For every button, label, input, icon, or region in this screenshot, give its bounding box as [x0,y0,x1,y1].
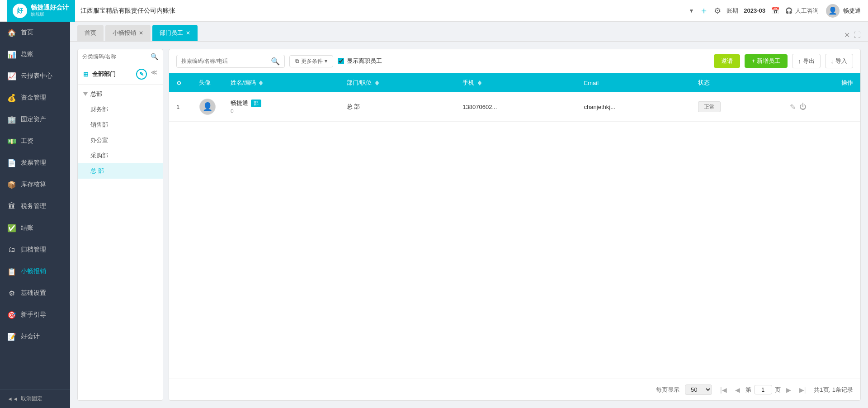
col-phone[interactable]: 手机 [455,73,576,92]
emp-toolbar: 🔍 ⧉ 更多条件 ▾ 显示离职员工 邀 [169,49,860,73]
sidebar-item-archive[interactable]: 🗂 归档管理 [0,239,70,261]
page-num-input[interactable] [754,385,772,394]
sidebar-item-accounting[interactable]: 📝 好会计 [0,326,70,347]
emp-search-icon[interactable]: 🔍 [271,57,280,66]
calendar-icon[interactable]: 📅 [771,6,780,15]
col-dept[interactable]: 部门/职位 [340,73,456,92]
col-email-label: Email [584,80,599,86]
add-employee-button[interactable]: + 新增员工 [745,54,788,68]
sidebar-item-label: 首页 [21,28,33,37]
dept-item-office[interactable]: 办公室 [78,133,163,148]
tab-home[interactable]: 首页 [77,25,104,41]
dept-search-input[interactable] [82,53,151,60]
sidebar-item-funds[interactable]: 💰 资金管理 [0,87,70,109]
tab-dept-employee[interactable]: 部门员工 ✕ [152,25,198,41]
sidebar-item-close[interactable]: ✅ 结账 [0,217,70,239]
cell-status: 正常 [691,92,783,122]
dept-all-label: 全部部门 [92,70,116,78]
dept-item-finance[interactable]: 财务部 [78,102,163,117]
user-info[interactable]: 👤 畅捷通 [826,4,861,18]
sidebar-item-assets[interactable]: 🏢 固定资产 [0,109,70,130]
import-label: 导入 [835,57,847,65]
sidebar-item-inventory[interactable]: 📦 库存核算 [0,174,70,195]
emp-avatar: 👤 [199,99,216,115]
sidebar-item-expense[interactable]: 📋 小畅报销 [0,261,70,282]
cancel-fixed-label: 取消固定 [21,395,42,403]
maximize-tab-icon[interactable]: ⛶ [854,31,861,39]
dept-item-procurement[interactable]: 采购部 [78,148,163,163]
page-next-button[interactable]: ▶ [783,385,794,394]
employee-layout: 🔍 ⊞ 全部部门 ✎ ≪ 总部 [77,49,861,401]
logo-title: 畅捷通好会计 [31,4,69,11]
dept-edit-icon[interactable]: ✎ [136,69,147,80]
consult-label: 人工咨询 [795,7,819,15]
name-sort-icon [259,81,263,85]
edit-employee-button[interactable]: ✎ [790,103,796,111]
emp-search-box: 🔍 [176,55,285,68]
page-last-button[interactable]: ▶| [797,385,809,394]
tab-expense-close-icon[interactable]: ✕ [139,30,143,36]
add-company-icon[interactable]: ＋ [699,5,708,17]
settings-icon[interactable]: ⚙ [714,6,721,16]
accounting-icon: 📝 [7,332,16,341]
company-dropdown-icon[interactable]: ▼ [689,8,694,14]
sidebar-item-guide[interactable]: 🎯 新手引导 [0,304,70,326]
close-tab-icon[interactable]: ✕ [844,31,850,39]
filter-label: 更多条件 [301,57,323,65]
dept-search-area: 🔍 [78,49,163,64]
col-settings[interactable]: ⚙ [169,73,192,92]
dept-tree: 🔍 ⊞ 全部部门 ✎ ≪ 总部 [77,49,163,401]
col-phone-label: 手机 [462,79,474,86]
sidebar-item-settings[interactable]: ⚙ 基础设置 [0,282,70,304]
tab-dept-close-icon[interactable]: ✕ [186,30,190,36]
sidebar-item-salary[interactable]: 💵 工资 [0,130,70,152]
col-name[interactable]: 姓名/编码 [223,73,340,92]
consult-button[interactable]: 🎧 人工咨询 [785,7,819,15]
dept-office-label: 办公室 [90,137,108,143]
page-prev-button[interactable]: ◀ [732,385,743,394]
dept-group-hq-header[interactable]: 总部 [78,86,163,102]
col-actions-label: 操作 [841,79,853,86]
logo-area: 好 畅捷通好会计 旗舰版 [7,0,75,22]
invite-button[interactable]: 邀请 [714,54,740,68]
cell-avatar: 👤 [192,92,223,122]
cancel-fixed-button[interactable]: ◄◄ 取消固定 [0,389,70,408]
sidebar-item-label: 归档管理 [21,246,46,254]
import-button[interactable]: ↓ 导入 [825,54,854,68]
sidebar-item-label: 库存核算 [21,180,46,189]
dept-item-general[interactable]: 总 部 [78,163,163,179]
dept-group-hq: 总部 财务部 销售部 办公室 采 [78,86,163,179]
col-actions: 操作 [783,73,860,92]
sidebar-item-ledger[interactable]: 📊 总账 [0,43,70,65]
headset-icon: 🎧 [785,7,793,14]
tab-expense[interactable]: 小畅报销 ✕ [105,25,151,41]
phone-sort-icon [478,81,481,85]
emp-name-cell: 畅捷通 部 0 [231,99,332,114]
page-first-button[interactable]: |◀ [717,385,730,394]
col-status-label: 状态 [698,79,710,86]
dept-sort-icon [375,81,379,85]
avatar-icon: 👤 [828,6,837,15]
sidebar-item-home[interactable]: 🏠 首页 [0,22,70,43]
sidebar-item-invoice[interactable]: 📄 发票管理 [0,152,70,174]
dept-collapse-icon[interactable]: ≪ [151,69,157,80]
page-size-select[interactable]: 50 20 100 [685,384,712,395]
show-resigned-label[interactable]: 显示离职员工 [338,57,382,65]
sidebar-item-label: 税务管理 [21,202,46,210]
logout-employee-button[interactable]: ⏻ [799,103,807,111]
avatar: 👤 [826,4,840,18]
more-filter-button[interactable]: ⧉ 更多条件 ▾ [289,55,333,67]
show-resigned-checkbox[interactable] [338,58,344,64]
cell-email: chanjethkj... [577,92,691,122]
dept-search-icon[interactable]: 🔍 [151,53,158,60]
export-button[interactable]: ↑ 导出 [792,54,821,68]
topbar-right: 🎧 人工咨询 👤 畅捷通 [785,4,861,18]
sidebar-item-reports[interactable]: 📈 云报表中心 [0,65,70,87]
dept-item-sales[interactable]: 销售部 [78,117,163,133]
expand-hq-icon [83,92,88,96]
table-row: 1 👤 畅捷通 [169,92,860,122]
dept-badge: 部 [251,100,261,107]
sidebar-item-tax[interactable]: 🏛 税务管理 [0,195,70,217]
emp-search-input[interactable] [181,58,268,64]
emp-name: 畅捷通 部 [231,99,332,107]
